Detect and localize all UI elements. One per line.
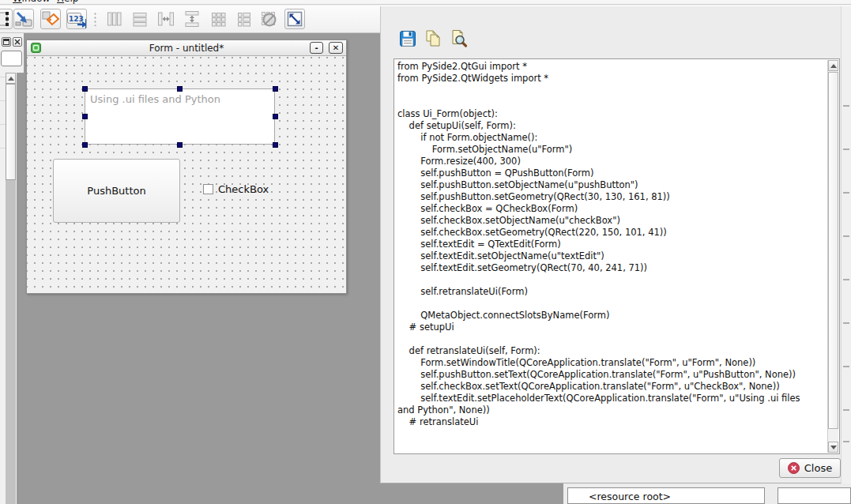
list-divider (0, 77, 6, 77)
selection-handle-bottom-left[interactable] (82, 142, 88, 148)
list-divider (0, 124, 6, 125)
layout-splitter-horizontal-button[interactable] (156, 9, 176, 29)
edge-tick (843, 322, 849, 324)
selection-handle-bottom-middle[interactable] (177, 142, 183, 148)
splitter-horizontal-icon (156, 10, 175, 28)
scrollbar-down-button[interactable] (828, 442, 838, 453)
arrow-up-icon (8, 77, 14, 81)
qt-designer-window: Window Help (0, 0, 851, 504)
menubar: Window Help (0, 0, 851, 5)
form-editor-window: Form - untitled* - ✕ Using .ui files and… (26, 39, 347, 294)
svg-text:123: 123 (69, 15, 84, 23)
layout-form-button[interactable] (234, 9, 254, 29)
form-window-titlebar[interactable]: Form - untitled* - ✕ (27, 40, 346, 56)
widget-box-list (0, 73, 17, 504)
layout-vertical-button[interactable] (130, 9, 150, 29)
layout-grid-button[interactable] (208, 9, 228, 29)
toolbar-separator (94, 12, 96, 26)
splitter-vertical-icon (183, 9, 201, 28)
pushbutton-widget[interactable]: PushButton (53, 159, 180, 223)
edge-tick (843, 366, 849, 367)
generated-code-view[interactable]: from PySide2.QtGui import * from PySide2… (393, 58, 840, 454)
edit-buddies-button[interactable] (40, 9, 61, 29)
menu-help[interactable]: Help (57, 0, 78, 4)
edit-widgets-button[interactable] (0, 9, 13, 29)
edit-tab-order-button[interactable]: 123 (66, 9, 87, 29)
form-close-button[interactable]: ✕ (329, 42, 343, 54)
layout-horizontal-icon (105, 10, 122, 28)
signals-slots-icon (14, 10, 33, 28)
list-divider (0, 100, 6, 101)
selection-handle-top-middle[interactable] (177, 86, 183, 92)
buddy-tag-icon (41, 10, 60, 28)
find-in-code-button[interactable] (448, 28, 469, 49)
form-layout-icon (235, 10, 253, 28)
dock-scrollbar-up-button[interactable] (6, 73, 16, 84)
layout-splitter-vertical-button[interactable] (182, 9, 202, 29)
edge-tick (843, 235, 849, 237)
save-icon (399, 30, 416, 47)
selection-handle-middle-left[interactable] (82, 114, 88, 119)
menu-window[interactable]: Window (13, 0, 50, 4)
dock-scrollbar-track[interactable] (6, 180, 16, 504)
widget-filter-input[interactable] (1, 51, 22, 66)
textedit-widget[interactable]: Using .ui files and Python (85, 88, 275, 145)
break-layout-icon (260, 10, 277, 28)
layout-horizontal-button[interactable] (104, 9, 124, 29)
selection-handle-top-right[interactable] (273, 86, 278, 92)
edge-tick (843, 441, 849, 442)
dock-close-button[interactable] (13, 37, 22, 47)
edge-tick (843, 192, 849, 194)
edit-widgets-icon (0, 10, 11, 28)
float-icon (3, 39, 9, 45)
checkbox-widget[interactable]: CheckBox (203, 183, 269, 195)
right-panel-edge (842, 6, 851, 483)
resource-root-item[interactable]: <resource root> (589, 491, 671, 502)
list-divider (0, 148, 6, 149)
form-minimize-button[interactable]: - (310, 42, 323, 54)
selection-handle-top-left[interactable] (82, 86, 88, 92)
adjust-size-icon (286, 10, 303, 28)
close-icon (788, 462, 800, 474)
selection-handle-bottom-right[interactable] (273, 142, 278, 148)
edit-signals-slots-button[interactable] (13, 9, 34, 29)
arrow-down-icon (830, 446, 837, 449)
close-button-label: Close (804, 462, 832, 474)
resource-tree[interactable]: <resource root> (567, 487, 765, 504)
edge-tick (843, 409, 849, 411)
break-layout-button[interactable] (258, 9, 279, 29)
layout-vertical-icon (131, 10, 149, 28)
find-icon (449, 29, 468, 48)
close-icon (14, 39, 21, 45)
checkbox-label: CheckBox (218, 183, 269, 195)
close-dialog-button[interactable]: Close (779, 458, 841, 478)
adjust-size-button[interactable] (284, 9, 305, 29)
selection-handle-middle-right[interactable] (273, 114, 278, 119)
grid-layout-icon (209, 10, 227, 28)
edge-tick (843, 105, 849, 107)
scrollbar-up-button[interactable] (828, 60, 838, 71)
resource-side-box (778, 487, 851, 504)
mdi-area-bottom (380, 483, 563, 504)
widget-box-dock-header (0, 33, 24, 73)
copy-code-button[interactable] (423, 28, 443, 49)
checkbox-box[interactable] (203, 184, 213, 194)
edge-tick (843, 279, 849, 280)
edge-tick (843, 149, 849, 150)
python-code-text: from PySide2.QtGui import * from PySide2… (397, 61, 827, 428)
scrollbar-thumb[interactable] (828, 72, 838, 429)
resource-browser-panel: <resource root> (563, 483, 851, 504)
copy-icon (424, 29, 442, 48)
form-window-title: Form - untitled* (27, 43, 346, 54)
save-code-button[interactable] (397, 28, 418, 49)
tab-order-icon: 123 (67, 9, 86, 28)
code-preview-dialog: from PySide2.QtGui import * from PySide2… (380, 6, 842, 483)
dock-scrollbar-thumb[interactable] (6, 84, 16, 180)
arrow-up-icon (830, 64, 837, 68)
code-scrollbar (827, 60, 838, 453)
dock-float-button[interactable] (2, 37, 11, 47)
